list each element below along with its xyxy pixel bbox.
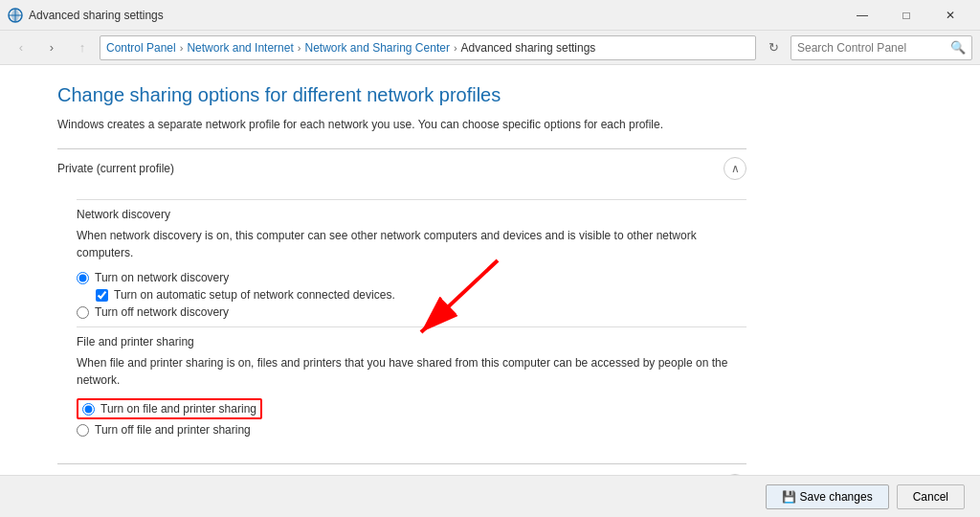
breadcrumb: Control Panel › Network and Internet › N… <box>100 35 756 60</box>
network-discovery-desc: When network discovery is on, this compu… <box>77 227 746 261</box>
guest-section[interactable]: Guest or Public ∨ <box>57 463 746 475</box>
fps-on-option: Turn on file and printer sharing <box>77 398 746 419</box>
fps-on-radio[interactable] <box>82 403 95 416</box>
nd-off-option: Turn off network discovery <box>77 305 746 319</box>
save-label: Save changes <box>800 490 873 504</box>
breadcrumb-current: Advanced sharing settings <box>461 41 596 55</box>
file-printer-subsection: File and printer sharing When file and p… <box>77 326 746 437</box>
minimize-button[interactable]: — <box>840 0 884 31</box>
fps-off-label[interactable]: Turn off file and printer sharing <box>95 423 251 437</box>
nd-off-label[interactable]: Turn off network discovery <box>95 305 229 319</box>
search-box: 🔍 <box>791 35 972 60</box>
page-desc: Windows creates a separate network profi… <box>57 116 746 133</box>
footer: 💾 Save changes Cancel <box>0 475 980 517</box>
private-section: Private (current profile) ∧ Network disc… <box>57 148 746 456</box>
page-heading: Change sharing options for different net… <box>57 84 746 106</box>
window-controls: — □ ✕ <box>840 0 972 31</box>
file-printer-desc: When file and printer sharing is on, fil… <box>77 354 746 389</box>
nd-on-option: Turn on network discovery <box>77 271 746 284</box>
breadcrumb-item-ni[interactable]: Network and Internet <box>187 41 293 55</box>
nav-bar: ‹ › ↑ Control Panel › Network and Intern… <box>0 31 980 65</box>
content-area: Change sharing options for different net… <box>0 65 785 475</box>
network-discovery-title: Network discovery <box>77 208 746 221</box>
fps-off-option: Turn off file and printer sharing <box>77 423 746 437</box>
forward-button[interactable]: › <box>38 34 65 61</box>
maximize-button[interactable]: □ <box>884 0 928 31</box>
file-printer-title: File and printer sharing <box>77 335 746 348</box>
fps-off-radio[interactable] <box>77 424 89 437</box>
cancel-button[interactable]: Cancel <box>897 484 965 509</box>
main-content: Change sharing options for different net… <box>0 65 980 475</box>
save-icon: 💾 <box>782 490 796 504</box>
close-button[interactable]: ✕ <box>928 0 972 31</box>
nd-auto-label[interactable]: Turn on automatic setup of network conne… <box>114 288 395 302</box>
network-discovery-subsection: Network discovery When network discovery… <box>77 199 746 319</box>
search-input[interactable] <box>797 41 950 55</box>
nd-auto-checkbox[interactable] <box>96 289 108 302</box>
nd-on-radio[interactable] <box>77 272 89 284</box>
app-icon <box>8 8 23 23</box>
private-section-toggle[interactable]: ∧ <box>724 157 746 180</box>
nd-on-label[interactable]: Turn on network discovery <box>95 271 229 284</box>
save-changes-button[interactable]: 💾 Save changes <box>766 484 889 509</box>
breadcrumb-item-nsc[interactable]: Network and Sharing Center <box>304 41 449 55</box>
back-button[interactable]: ‹ <box>8 34 34 61</box>
private-section-header[interactable]: Private (current profile) ∧ <box>57 149 746 188</box>
breadcrumb-item-cp[interactable]: Control Panel <box>106 41 176 55</box>
nd-auto-option: Turn on automatic setup of network conne… <box>96 288 746 302</box>
title-bar: Advanced sharing settings — □ ✕ <box>0 0 980 31</box>
fps-on-label[interactable]: Turn on file and printer sharing <box>100 402 256 416</box>
private-section-title: Private (current profile) <box>57 162 174 175</box>
refresh-button[interactable]: ↻ <box>760 34 787 61</box>
nd-off-radio[interactable] <box>77 306 89 319</box>
search-icon[interactable]: 🔍 <box>950 40 966 55</box>
private-section-content: Network discovery When network discovery… <box>57 188 746 456</box>
fps-on-highlighted: Turn on file and printer sharing <box>77 398 262 419</box>
up-button[interactable]: ↑ <box>69 34 96 61</box>
window-title: Advanced sharing settings <box>29 9 840 22</box>
